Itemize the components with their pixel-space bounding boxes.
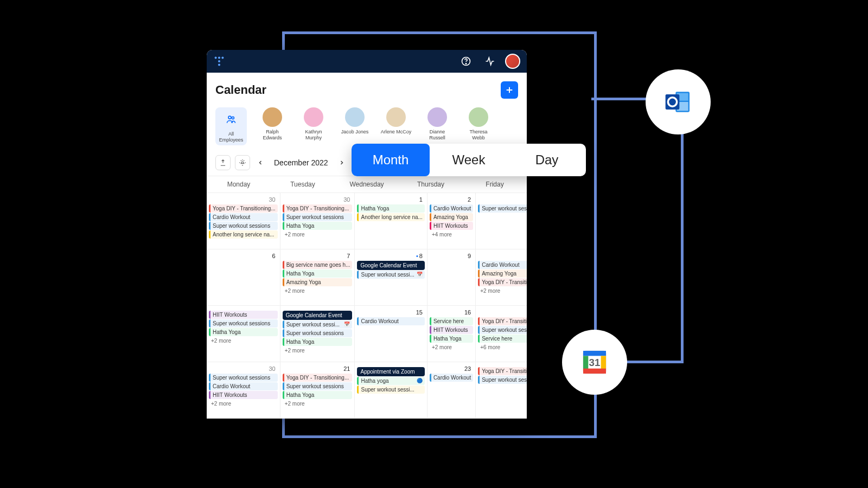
calendar-event[interactable]: Super workout sessions	[283, 213, 353, 221]
calendar-event[interactable]: Cardio Workout	[209, 382, 278, 390]
calendar-cell[interactable]: 15Cardio Workout	[355, 306, 427, 362]
calendar-event[interactable]: Cardio Workout	[430, 374, 473, 382]
svg-point-3	[218, 60, 220, 62]
event-source-icon: 🔵	[417, 378, 423, 383]
calendar-cell[interactable]: Appointment via ZoomHatha yoga🔵Super wor…	[355, 362, 427, 419]
calendar-event[interactable]: HIIT Workouts	[209, 391, 278, 399]
employee-filter-item[interactable]: Jacob Jones	[339, 107, 371, 145]
calendar-event[interactable]: Super workout sessions	[209, 374, 278, 382]
calendar-cell[interactable]: 7Big service name goes h...Hatha YogaAma…	[280, 249, 355, 306]
show-more-events[interactable]: +2 more	[282, 230, 354, 239]
view-month-tab[interactable]: Month	[352, 144, 430, 176]
calendar-event[interactable]: Super workout session	[478, 204, 527, 213]
calendar-event[interactable]: Super workout sessions	[283, 382, 353, 390]
calendar-cell[interactable]: HIIT WorkoutsSuper workout sessionsHatha…	[207, 306, 280, 362]
calendar-event[interactable]: Hatha Yoga	[283, 391, 353, 399]
employee-filter-item[interactable]: Theresa Webb	[463, 107, 494, 145]
calendar-cell[interactable]: 23Cardio Workout	[427, 362, 476, 419]
calendar-cell[interactable]: 8Google Calendar EventSuper workout sess…	[355, 249, 427, 306]
calendar-event[interactable]: Google Calendar Event	[357, 261, 424, 270]
calendar-event[interactable]: Another long service na...	[209, 230, 278, 239]
calendar-event[interactable]: Super workout sessions	[283, 329, 353, 337]
calendar-event[interactable]: Hatha Yoga	[430, 335, 473, 343]
svg-point-1	[218, 57, 220, 59]
next-month-button[interactable]	[336, 157, 348, 169]
show-more-events[interactable]: +4 more	[429, 230, 474, 239]
calendar-event[interactable]: Yoga DIY - Transitionin	[478, 278, 527, 286]
calendar-cell[interactable]: Yoga DIY - TransitioninSuper workout ses…	[476, 362, 527, 419]
add-button[interactable]	[501, 81, 518, 99]
calendar-event[interactable]: Google Calendar Event	[283, 311, 353, 320]
calendar-cell[interactable]: 16Service hereHIIT WorkoutsHatha Yoga+2 …	[427, 306, 476, 362]
calendar-event[interactable]: Amazing Yoga	[283, 278, 353, 286]
employee-filter-all[interactable]: All Employees	[215, 107, 247, 145]
calendar-cell[interactable]: 21Yoga DIY - Transitioning...Super worko…	[280, 362, 355, 419]
help-icon[interactable]	[457, 53, 475, 70]
calendar-event[interactable]: Super workout sessions	[209, 319, 278, 328]
show-more-events[interactable]: +2 more	[282, 346, 354, 355]
day-of-week-header: Monday	[207, 176, 271, 192]
calendar-event[interactable]: Super workout sessi...📅	[283, 320, 353, 329]
calendar-event[interactable]: Yoga DIY - Transitioning...	[283, 204, 353, 213]
employee-filter-item[interactable]: Dianne Russell	[422, 107, 453, 145]
calendar-cell[interactable]: 9Cardio WorkoutAmazing YogaYoga DIY - Tr…	[476, 249, 527, 306]
calendar-event[interactable]: Service here	[478, 335, 527, 343]
calendar-event[interactable]: Super workout session	[478, 376, 527, 384]
calendar-cell[interactable]: 9	[427, 249, 476, 306]
show-more-events[interactable]: +6 more	[477, 343, 527, 351]
calendar-cell[interactable]: 30Yoga DIY - Transitioning...Super worko…	[280, 193, 355, 249]
calendar-event[interactable]: Yoga DIY - Transitionin	[478, 317, 527, 325]
show-more-events[interactable]: +2 more	[429, 343, 474, 351]
calendar-event[interactable]: Yoga DIY - Transitioning...	[209, 204, 278, 213]
calendar-event[interactable]: Another long service na...	[357, 213, 424, 221]
calendar-cell[interactable]: 30Yoga DIY - Transitioning...Cardio Work…	[207, 193, 280, 249]
calendar-event[interactable]: HIIT Workouts	[430, 326, 473, 334]
calendar-cell[interactable]: 16Yoga DIY - TransitioninSuper workout s…	[476, 306, 527, 362]
calendar-cell[interactable]: 6	[207, 249, 280, 306]
calendar-event[interactable]: Hatha Yoga	[209, 328, 278, 336]
calendar-event[interactable]: Hatha Yoga	[283, 269, 353, 278]
calendar-event[interactable]: Yoga DIY - Transitionin	[478, 367, 527, 375]
calendar-event[interactable]: Super workout sessions	[209, 222, 278, 230]
activity-icon[interactable]	[481, 53, 499, 70]
calendar-cell[interactable]: Google Calendar EventSuper workout sessi…	[280, 306, 355, 362]
calendar-event[interactable]: Hatha Yoga	[283, 338, 353, 346]
calendar-event[interactable]: HIIT Workouts	[209, 311, 278, 319]
calendar-cell[interactable]: 30Super workout sessionsCardio WorkoutHI…	[207, 362, 280, 419]
calendar-event[interactable]: Hatha yoga🔵	[357, 377, 424, 385]
calendar-event[interactable]: Super workout sessi...	[357, 386, 424, 394]
calendar-cell[interactable]: 2Cardio WorkoutAmazing YogaHIIT Workouts…	[427, 193, 476, 249]
user-avatar[interactable]	[505, 54, 520, 69]
calendar-event[interactable]: HIIT Workouts	[430, 222, 473, 230]
calendar-event[interactable]: Cardio Workout	[209, 213, 278, 221]
calendar-event[interactable]: Super workout sessi...📅	[357, 271, 424, 279]
calendar-event[interactable]: Cardio Workout	[478, 261, 527, 269]
calendar-event[interactable]: Hatha Yoga	[357, 204, 424, 213]
calendar-event[interactable]: Amazing Yoga	[430, 213, 473, 221]
calendar-event[interactable]: Big service name goes h...	[283, 261, 353, 269]
calendar-cell[interactable]: 1Hatha YogaAnother long service na...	[355, 193, 427, 249]
employee-filter-item[interactable]: Kathryn Murphy	[298, 107, 329, 145]
show-more-events[interactable]: +2 more	[282, 287, 354, 295]
view-day-tab[interactable]: Day	[508, 144, 586, 176]
employee-filter-item[interactable]: Arlene McCoy	[380, 107, 412, 145]
calendar-event[interactable]: Super workout session	[478, 326, 527, 334]
calendar-event[interactable]: Yoga DIY - Transitioning...	[283, 374, 353, 382]
show-more-events[interactable]: +2 more	[282, 400, 354, 408]
employee-avatar	[469, 107, 488, 127]
view-week-tab[interactable]: Week	[430, 144, 508, 176]
show-more-events[interactable]: +2 more	[477, 287, 527, 295]
calendar-cell[interactable]: 3Super workout session	[476, 193, 527, 249]
calendar-event[interactable]: Hatha Yoga	[283, 222, 353, 230]
prev-month-button[interactable]	[254, 157, 266, 169]
calendar-event[interactable]: Appointment via Zoom	[357, 367, 424, 376]
calendar-event[interactable]: Cardio Workout	[430, 204, 473, 213]
settings-button[interactable]	[235, 155, 250, 170]
employee-filter-item[interactable]: Ralph Edwards	[257, 107, 288, 145]
show-more-events[interactable]: +2 more	[208, 400, 279, 408]
export-button[interactable]	[215, 155, 231, 170]
calendar-event[interactable]: Cardio Workout	[357, 317, 424, 325]
calendar-event[interactable]: Amazing Yoga	[478, 269, 527, 278]
show-more-events[interactable]: +2 more	[208, 337, 279, 345]
calendar-event[interactable]: Service here	[430, 317, 473, 325]
